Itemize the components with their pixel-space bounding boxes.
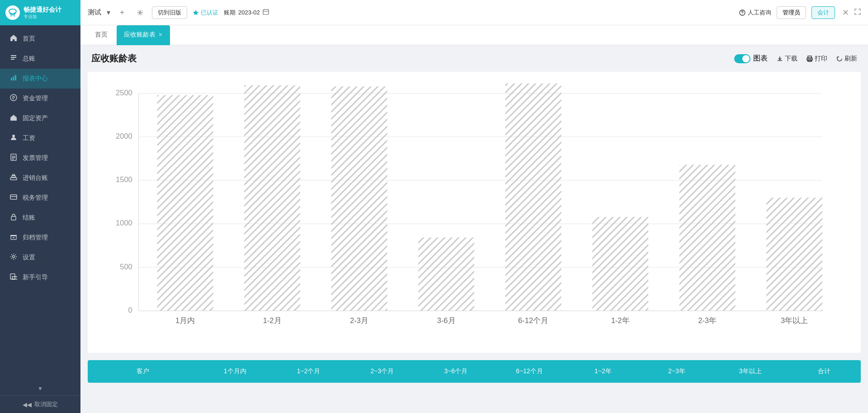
svg-text:1月内: 1月内	[175, 316, 195, 324]
svg-text:1000: 1000	[116, 219, 132, 227]
bar-6-12月	[505, 84, 561, 311]
th-1-2month: 1~2个月	[272, 360, 345, 383]
th-customer: 客户	[88, 360, 198, 383]
sidebar-scroll-down[interactable]: ▼	[0, 382, 80, 395]
tab-close-button[interactable]: ✕	[158, 32, 163, 38]
payroll-icon	[9, 134, 18, 143]
sidebar-item-home[interactable]: 首页	[0, 29, 80, 49]
table-header: 客户 1个月内 1~2个月 2~3个月 3~6个月 6~12个月 1~2年 2~…	[88, 360, 861, 383]
download-button[interactable]: 下载	[777, 55, 797, 63]
sidebar-item-assets[interactable]: 固定资产	[0, 108, 80, 128]
svg-text:2-3月: 2-3月	[350, 316, 368, 324]
assets-icon	[9, 114, 18, 123]
sidebar-item-inventory[interactable]: 进销台账	[0, 168, 80, 188]
svg-rect-5	[13, 76, 14, 80]
sidebar-item-closing[interactable]: 结账	[0, 208, 80, 228]
tab-home[interactable]: 首页	[88, 25, 115, 45]
print-button[interactable]: 打印	[807, 55, 827, 63]
toggle-label: 图表	[753, 54, 768, 63]
sidebar-logo: 畅捷通好会计 专业版	[0, 0, 80, 25]
topbar-settings-button[interactable]	[134, 6, 146, 19]
calendar-icon[interactable]	[263, 9, 269, 16]
cancel-fixed-icon: ◀◀	[23, 401, 32, 408]
bar-2-3月	[331, 86, 387, 310]
settings-icon	[9, 253, 18, 262]
svg-rect-8	[10, 117, 17, 121]
sidebar-item-reports[interactable]: 报表中心	[0, 69, 80, 89]
svg-text:3-6月: 3-6月	[437, 316, 456, 324]
sidebar-item-tax[interactable]: 税务管理	[0, 188, 80, 208]
sidebar-nav: 首页 总账 报表中心 资金管理 固定资产	[0, 25, 80, 382]
th-2-3year: 2~3年	[640, 360, 713, 383]
sidebar-item-ledger[interactable]: 总账	[0, 49, 80, 69]
svg-point-25	[139, 12, 141, 14]
svg-rect-17	[13, 174, 14, 176]
chart-toggle[interactable]: 图表	[734, 54, 768, 63]
topbar-close-button[interactable]: ✕	[842, 8, 849, 18]
th-3-6month: 3~6个月	[419, 360, 493, 383]
sidebar: 畅捷通好会计 专业版 首页 总账 报表中心 资金管理	[0, 0, 80, 413]
bar-1-2月	[244, 85, 300, 311]
svg-rect-13	[12, 157, 15, 158]
tax-icon	[9, 193, 18, 202]
sidebar-item-funds[interactable]: 资金管理	[0, 89, 80, 108]
accounting-period: 账期 2023-02	[224, 9, 269, 17]
table-container: 客户 1个月内 1~2个月 2~3个月 3~6个月 6~12个月 1~2年 2~…	[88, 360, 861, 383]
th-1-2year: 1~2年	[566, 360, 640, 383]
svg-text:1500: 1500	[116, 175, 132, 183]
svg-rect-1	[11, 55, 16, 56]
svg-text:0: 0	[128, 306, 132, 314]
svg-text:2500: 2500	[116, 89, 132, 97]
svg-rect-3	[11, 59, 14, 60]
svg-text:1-2年: 1-2年	[611, 316, 630, 324]
svg-rect-14	[12, 159, 14, 160]
manager-button[interactable]: 管理员	[777, 6, 806, 19]
topbar-fullscreen-button[interactable]	[854, 9, 861, 17]
th-6-12month: 6~12个月	[493, 360, 566, 383]
inventory-icon	[9, 174, 18, 183]
svg-point-23	[13, 256, 15, 258]
sidebar-item-payroll[interactable]: 工资	[0, 128, 80, 148]
cancel-fixed-button[interactable]: ◀◀ 取消固定	[0, 395, 80, 413]
refresh-button[interactable]: 刷新	[836, 55, 857, 63]
logo-icon	[5, 5, 20, 20]
svg-rect-18	[10, 195, 17, 199]
bar-1-2年	[592, 217, 648, 311]
svg-text:2000: 2000	[116, 132, 132, 140]
ledger-icon	[9, 54, 18, 63]
svg-rect-26	[263, 9, 269, 14]
sidebar-item-invoice[interactable]: 发票管理	[0, 148, 80, 168]
topbar-add-button[interactable]: ＋	[116, 6, 128, 19]
accountant-button[interactable]: 会计	[811, 6, 835, 19]
tab-bar: 首页 应收账龄表 ✕	[80, 25, 868, 45]
sidebar-item-archive[interactable]: 归档管理	[0, 228, 80, 248]
sidebar-item-guide[interactable]: 新手引导	[0, 268, 80, 287]
tab-aging-report[interactable]: 应收账龄表 ✕	[117, 25, 170, 45]
consult-button[interactable]: 人工咨询	[739, 9, 771, 17]
toggle-switch[interactable]	[734, 54, 750, 63]
main-content: 测试 ▾ ＋ 切到旧版 已认证 账期 2023-02 人工咨询 管理员 会计 ✕	[80, 0, 868, 413]
certified-badge: 已认证	[193, 9, 218, 17]
svg-text:3年以上: 3年以上	[781, 316, 808, 324]
bar-1月内	[157, 95, 213, 311]
svg-text:1-2月: 1-2月	[263, 316, 282, 324]
report-title: 应收账龄表	[91, 52, 137, 65]
svg-marker-9	[10, 115, 17, 117]
topbar-dropdown-arrow[interactable]: ▾	[107, 8, 110, 17]
switch-old-version-button[interactable]: 切到旧版	[152, 6, 187, 19]
th-2-3month: 2~3个月	[345, 360, 419, 383]
topbar-module-title: 测试	[88, 8, 101, 17]
bar-3年以上	[766, 198, 822, 311]
svg-rect-4	[11, 78, 12, 80]
chart-container: 0 500 1000 1500 2000 2500 1月内 1-2月	[88, 72, 861, 353]
svg-text:500: 500	[120, 263, 132, 271]
svg-rect-19	[11, 216, 16, 220]
bar-2-3年	[679, 165, 736, 311]
guide-icon	[9, 273, 18, 282]
bar-chart: 0 500 1000 1500 2000 2500 1月内 1-2月	[101, 81, 847, 342]
sidebar-item-settings[interactable]: 设置	[0, 248, 80, 268]
svg-text:6-12个月: 6-12个月	[518, 316, 548, 324]
archive-icon	[9, 233, 18, 242]
svg-rect-6	[15, 75, 16, 80]
page-body: 应收账龄表 图表 下载 打印 刷新	[80, 45, 868, 413]
